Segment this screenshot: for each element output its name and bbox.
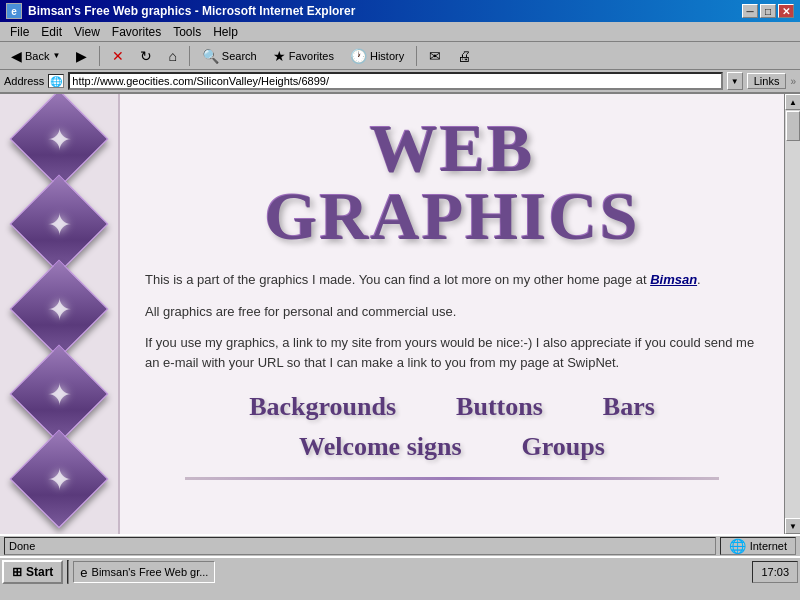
status-zone: 🌐 Internet xyxy=(720,537,796,555)
para1-end: . xyxy=(697,272,701,287)
heading-web: WEB xyxy=(145,114,759,182)
window-title: Bimsan's Free Web graphics - Microsoft I… xyxy=(28,4,355,18)
status-text: Done xyxy=(4,537,716,555)
star-icon-5: ✦ xyxy=(47,462,72,497)
back-icon: ◀ xyxy=(11,48,22,64)
paragraph-3: If you use my graphics, a link to my sit… xyxy=(145,333,759,372)
star-icon-4: ✦ xyxy=(47,377,72,412)
status-message: Done xyxy=(9,540,35,552)
favorites-label: Favorites xyxy=(289,50,334,62)
toolbar-separator-2 xyxy=(189,46,190,66)
menu-view[interactable]: View xyxy=(68,23,106,41)
address-dropdown[interactable]: ▼ xyxy=(727,72,743,90)
menu-file[interactable]: File xyxy=(4,23,35,41)
ie-icon: e xyxy=(80,565,87,580)
address-bar: Address 🌐 ▼ Links » xyxy=(0,70,800,94)
star-icon-1: ✦ xyxy=(47,122,72,157)
page-heading: WEB GRAPHICS xyxy=(145,114,759,250)
history-button[interactable]: 🕐 History xyxy=(343,45,411,67)
refresh-icon: ↻ xyxy=(140,48,152,64)
print-button[interactable]: 🖨 xyxy=(450,45,478,67)
search-icon: 🔍 xyxy=(202,48,219,64)
maximize-button[interactable]: □ xyxy=(760,4,776,18)
search-label: Search xyxy=(222,50,257,62)
mail-button[interactable]: ✉ xyxy=(422,45,448,67)
toolbar-separator-1 xyxy=(99,46,100,66)
nav-row-1: Backgrounds Buttons Bars xyxy=(145,392,759,422)
status-right: 🌐 Internet xyxy=(720,537,796,555)
para1-text: This is a part of the graphics I made. Y… xyxy=(145,272,650,287)
refresh-button[interactable]: ↻ xyxy=(133,45,159,67)
menu-tools[interactable]: Tools xyxy=(167,23,207,41)
links-button[interactable]: Links xyxy=(747,73,787,89)
nav-row-2: Welcome signs Groups xyxy=(145,432,759,462)
back-label: Back xyxy=(25,50,49,62)
print-icon: 🖨 xyxy=(457,48,471,64)
scrollbar[interactable]: ▲ ▼ xyxy=(784,94,800,534)
nav-welcome-signs[interactable]: Welcome signs xyxy=(299,432,462,462)
favorites-button[interactable]: ★ Favorites xyxy=(266,45,341,67)
search-button[interactable]: 🔍 Search xyxy=(195,45,264,67)
nav-backgrounds[interactable]: Backgrounds xyxy=(249,392,396,422)
heading-graphics: GRAPHICS xyxy=(145,182,759,250)
history-label: History xyxy=(370,50,404,62)
system-tray: 17:03 xyxy=(752,561,798,583)
minimize-button[interactable]: ─ xyxy=(742,4,758,18)
taskbar-separator xyxy=(67,560,69,584)
home-icon: ⌂ xyxy=(168,48,176,64)
scroll-track[interactable] xyxy=(785,110,800,518)
diamond-5: ✦ xyxy=(10,430,109,529)
scroll-down-button[interactable]: ▼ xyxy=(785,518,800,534)
toolbar: ◀ Back ▼ ▶ ✕ ↻ ⌂ 🔍 Search ★ Favorites 🕐 … xyxy=(0,42,800,70)
forward-button[interactable]: ▶ xyxy=(69,45,94,67)
stop-icon: ✕ xyxy=(112,48,124,64)
menu-favorites[interactable]: Favorites xyxy=(106,23,167,41)
address-label: Address xyxy=(4,75,44,87)
forward-icon: ▶ xyxy=(76,48,87,64)
favorites-icon: ★ xyxy=(273,48,286,64)
main-text-area: WEB GRAPHICS This is a part of the graph… xyxy=(120,94,784,534)
nav-links: Backgrounds Buttons Bars Welcome signs G… xyxy=(145,392,759,462)
horizontal-rule xyxy=(185,477,719,480)
nav-bars[interactable]: Bars xyxy=(603,392,655,422)
links-chevron: » xyxy=(790,76,796,87)
paragraph-2: All graphics are free for personal and c… xyxy=(145,302,759,322)
bimsan-link[interactable]: Bimsan xyxy=(650,272,697,287)
scroll-thumb[interactable] xyxy=(786,111,800,141)
globe-icon: 🌐 xyxy=(729,538,746,554)
page-content: ✦ ✦ ✦ ✦ ✦ xyxy=(0,94,784,534)
nav-groups[interactable]: Groups xyxy=(522,432,605,462)
menu-help[interactable]: Help xyxy=(207,23,244,41)
star-icon-3: ✦ xyxy=(47,292,72,327)
back-dropdown-icon: ▼ xyxy=(52,51,60,60)
app-icon: e xyxy=(6,3,22,19)
page-icon: 🌐 xyxy=(48,74,64,88)
close-button[interactable]: ✕ xyxy=(778,4,794,18)
home-button[interactable]: ⌂ xyxy=(161,45,183,67)
taskbar-ie-item[interactable]: e Bimsan's Free Web gr... xyxy=(73,561,215,583)
toolbar-separator-3 xyxy=(416,46,417,66)
sidebar: ✦ ✦ ✦ ✦ ✦ xyxy=(0,94,120,534)
history-icon: 🕐 xyxy=(350,48,367,64)
title-bar: e Bimsan's Free Web graphics - Microsoft… xyxy=(0,0,800,22)
start-button[interactable]: ⊞ Start xyxy=(2,560,63,584)
star-icon-2: ✦ xyxy=(47,207,72,242)
status-bar: Done 🌐 Internet xyxy=(0,534,800,556)
mail-icon: ✉ xyxy=(429,48,441,64)
scroll-up-button[interactable]: ▲ xyxy=(785,94,800,110)
clock: 17:03 xyxy=(761,566,789,578)
menu-edit[interactable]: Edit xyxy=(35,23,68,41)
browser-content: ✦ ✦ ✦ ✦ ✦ xyxy=(0,94,800,534)
address-input[interactable] xyxy=(68,72,722,90)
taskbar: ⊞ Start e Bimsan's Free Web gr... 17:03 xyxy=(0,556,800,586)
back-button[interactable]: ◀ Back ▼ xyxy=(4,45,67,67)
menu-bar: File Edit View Favorites Tools Help xyxy=(0,22,800,42)
start-label: Start xyxy=(26,565,53,579)
windows-icon: ⊞ xyxy=(12,565,22,579)
zone-label: Internet xyxy=(750,540,787,552)
stop-button[interactable]: ✕ xyxy=(105,45,131,67)
nav-buttons[interactable]: Buttons xyxy=(456,392,543,422)
taskbar-window-title: Bimsan's Free Web gr... xyxy=(92,566,209,578)
paragraph-1: This is a part of the graphics I made. Y… xyxy=(145,270,759,290)
